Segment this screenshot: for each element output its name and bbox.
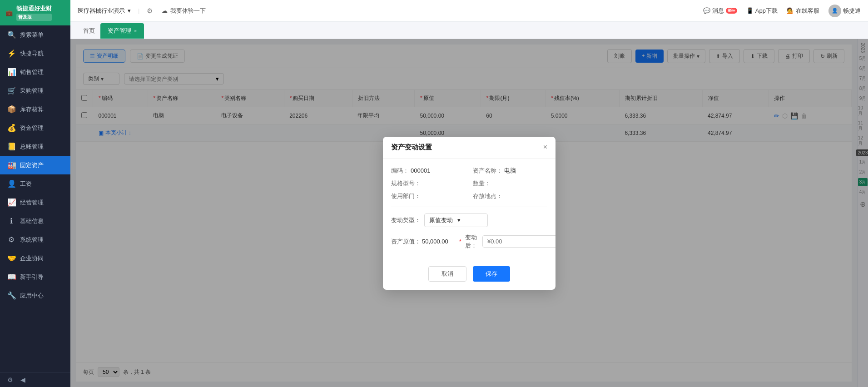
search-icon: 🔍 bbox=[7, 30, 15, 39]
sidebar-item-label: 基础信息 bbox=[20, 217, 44, 225]
spec-label: 规格型号： bbox=[391, 179, 421, 188]
trial-area[interactable]: ☁ 我要体验一下 bbox=[162, 7, 206, 15]
asset-name-value: 电脑 bbox=[504, 167, 516, 175]
sidebar-item-label: 采购管理 bbox=[20, 87, 44, 95]
sidebar-bottom[interactable]: ⚙ ◀ bbox=[0, 372, 70, 387]
operations-icon: 📈 bbox=[7, 198, 15, 207]
company-name: 医疗器械行业演示 bbox=[78, 7, 125, 15]
topbar: 医疗器械行业演示 ▾ | ⚙ ☁ 我要体验一下 💬 消息 99+ 📱 App下载… bbox=[70, 0, 868, 22]
modal-name-field: 资产名称： 电脑 bbox=[473, 167, 547, 175]
avatar: 👤 bbox=[828, 5, 841, 17]
logo-icon: 💼 bbox=[5, 10, 13, 16]
message-btn[interactable]: 💬 消息 99+ bbox=[703, 7, 737, 15]
after-required-mark: * bbox=[459, 238, 461, 245]
modal-body: 编码： 000001 资产名称： 电脑 规格型号： 数量： bbox=[383, 159, 556, 266]
sidebar-item-search[interactable]: 🔍 搜索菜单 bbox=[0, 25, 70, 44]
sidebar-item-inventory[interactable]: 📦 库存核算 bbox=[0, 100, 70, 119]
sidebar-item-label: 企业协同 bbox=[20, 254, 44, 263]
sidebar-item-sales[interactable]: 📊 销售管理 bbox=[0, 63, 70, 81]
change-type-select[interactable]: 原值变动 ▾ bbox=[424, 213, 488, 227]
tabs-bar: 首页 资产管理 × bbox=[70, 22, 868, 39]
modal-dept-field: 使用部门： bbox=[391, 192, 466, 200]
modal-fields: 编码： 000001 资产名称： 电脑 规格型号： 数量： bbox=[391, 167, 547, 200]
modal-location-field: 存放地点： bbox=[473, 192, 547, 200]
sidebar-item-operations[interactable]: 📈 经营管理 bbox=[0, 193, 70, 212]
main-area: 医疗器械行业演示 ▾ | ⚙ ☁ 我要体验一下 💬 消息 99+ 📱 App下载… bbox=[70, 0, 868, 387]
qty-label: 数量： bbox=[473, 179, 491, 188]
save-button[interactable]: 保存 bbox=[473, 266, 510, 282]
asset-value-label: 资产原值： bbox=[391, 238, 418, 246]
asset-name-label: 资产名称： bbox=[473, 167, 502, 175]
modal-qty-field: 数量： bbox=[473, 179, 547, 188]
cloud-icon: ☁ bbox=[162, 7, 168, 14]
asset-change-modal: 资产变动设置 × 编码： 000001 资产名称： 电脑 bbox=[383, 137, 556, 290]
sidebar-item-label: 总账管理 bbox=[20, 143, 44, 151]
app-download-label: App下载 bbox=[755, 7, 778, 15]
sidebar-item-guide[interactable]: 📖 新手引导 bbox=[0, 268, 70, 286]
message-badge: 99+ bbox=[726, 8, 737, 14]
tab-home[interactable]: 首页 bbox=[78, 23, 100, 39]
sidebar-item-label: 库存核算 bbox=[20, 105, 44, 114]
basic-info-icon: ℹ bbox=[7, 217, 15, 225]
save-btn-label: 保存 bbox=[486, 270, 497, 277]
inventory-icon: 📦 bbox=[7, 105, 15, 114]
cancel-btn-label: 取消 bbox=[441, 270, 453, 277]
company-selector[interactable]: 医疗器械行业演示 ▾ bbox=[78, 7, 131, 15]
quick-nav-icon: ⚡ bbox=[7, 49, 15, 58]
purchase-icon: 🛒 bbox=[7, 86, 15, 95]
modal-footer: 取消 保存 bbox=[383, 266, 556, 290]
sidebar-item-purchase[interactable]: 🛒 采购管理 bbox=[0, 81, 70, 100]
sidebar-item-label: 新手引导 bbox=[20, 273, 44, 281]
message-icon: 💬 bbox=[703, 7, 710, 14]
modal-code-field: 编码： 000001 bbox=[391, 167, 466, 175]
sidebar-item-label: 工资 bbox=[20, 180, 32, 188]
sidebar-item-payroll[interactable]: 👤 工资 bbox=[0, 174, 70, 193]
payroll-icon: 👤 bbox=[7, 179, 15, 188]
sidebar-item-label: 搜索菜单 bbox=[20, 31, 44, 39]
sidebar-item-collab[interactable]: 🤝 企业协同 bbox=[0, 249, 70, 268]
tab-close-icon[interactable]: × bbox=[134, 28, 137, 34]
dropdown-icon: ▾ bbox=[128, 7, 131, 14]
sidebar: 💼 畅捷通好业财 普及版 🔍 搜索菜单 ⚡ 快捷导航 📊 销售管理 🛒 采购管理… bbox=[0, 0, 70, 387]
sidebar-item-label: 销售管理 bbox=[20, 68, 44, 76]
trial-text: 我要体验一下 bbox=[170, 7, 206, 15]
change-type-value: 原值变动 bbox=[429, 216, 455, 224]
sidebar-item-fixed-assets[interactable]: 🏭 固定资产 bbox=[0, 156, 70, 174]
sidebar-item-app-center[interactable]: 🔧 应用中心 bbox=[0, 286, 70, 305]
sidebar-item-system[interactable]: ⚙ 系统管理 bbox=[0, 230, 70, 249]
code-label: 编码： bbox=[391, 167, 409, 175]
sidebar-item-ledger[interactable]: 📒 总账管理 bbox=[0, 137, 70, 156]
logo-text: 畅捷通好业财 bbox=[16, 5, 52, 13]
system-icon: ⚙ bbox=[7, 235, 15, 244]
message-label: 消息 bbox=[712, 7, 724, 15]
app-download-btn[interactable]: 📱 App下载 bbox=[746, 7, 778, 15]
app-center-icon: 🔧 bbox=[7, 291, 15, 300]
tab-asset-mgmt[interactable]: 资产管理 × bbox=[100, 23, 144, 39]
settings-icon[interactable]: ⚙ bbox=[7, 376, 13, 383]
sidebar-item-finance[interactable]: 💰 资金管理 bbox=[0, 119, 70, 137]
modal-close-btn[interactable]: × bbox=[543, 143, 547, 151]
location-label: 存放地点： bbox=[473, 192, 502, 200]
collapse-icon[interactable]: ◀ bbox=[20, 376, 25, 383]
online-service-btn[interactable]: 💁 在线客服 bbox=[787, 7, 819, 15]
separator: | bbox=[138, 7, 139, 14]
after-value-input[interactable] bbox=[482, 235, 556, 248]
service-icon: 💁 bbox=[787, 7, 794, 14]
sidebar-item-basic-info[interactable]: ℹ 基础信息 bbox=[0, 212, 70, 230]
user-area[interactable]: 👤 畅捷通 bbox=[828, 5, 861, 17]
service-label: 在线客服 bbox=[796, 7, 819, 15]
logo: 💼 畅捷通好业财 普及版 bbox=[0, 0, 70, 25]
after-label: 变动后： bbox=[465, 233, 477, 250]
sidebar-item-label: 快捷导航 bbox=[20, 50, 44, 58]
sidebar-nav: 🔍 搜索菜单 ⚡ 快捷导航 📊 销售管理 🛒 采购管理 📦 库存核算 💰 资金管… bbox=[0, 25, 70, 372]
asset-value-row: 资产原值： 50,000.00 * 变动后： bbox=[391, 233, 547, 250]
asset-mgmt-tab-label: 资产管理 bbox=[108, 27, 131, 35]
sidebar-item-quick-nav[interactable]: ⚡ 快捷导航 bbox=[0, 44, 70, 63]
change-type-dropdown-icon: ▾ bbox=[457, 217, 483, 223]
code-value: 000001 bbox=[411, 167, 430, 174]
guide-icon: 📖 bbox=[7, 273, 15, 281]
cancel-button[interactable]: 取消 bbox=[428, 266, 466, 282]
modal-divider bbox=[391, 207, 547, 207]
edition-badge: 普及版 bbox=[16, 14, 52, 21]
settings-gear-icon[interactable]: ⚙ bbox=[147, 7, 153, 15]
